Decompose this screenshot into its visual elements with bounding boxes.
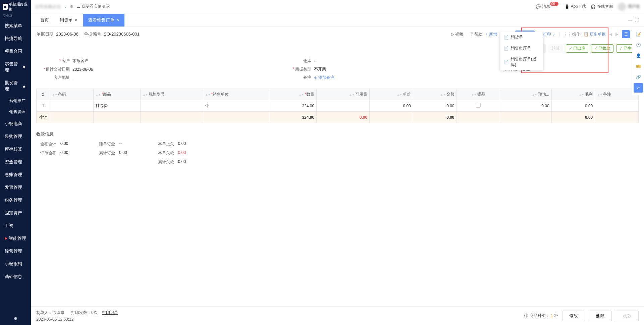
chevron-down-icon: ▼ (22, 65, 26, 70)
close-icon[interactable]: ✕ (116, 18, 119, 22)
dropdown-sales-doc[interactable]: 📄销货单 (500, 32, 543, 43)
nav-tax[interactable]: 税务管理 (0, 194, 31, 207)
company-name: 公司名称占位 (35, 4, 61, 10)
th-gear[interactable]: ⚙ (37, 89, 50, 100)
add-remark-link[interactable]: ⊕ 添加备注 (314, 75, 334, 80)
doc-icon: 📄 (504, 46, 509, 51)
demo-link[interactable]: ☁ 我要看实例演示 (76, 4, 110, 9)
row-gift (457, 100, 500, 112)
edit-button[interactable]: 修改 (562, 311, 585, 321)
sort-icon: ▲▼ (471, 94, 477, 96)
new-button[interactable]: +新增 (486, 32, 497, 37)
nav-asset[interactable]: 固定资产 (0, 207, 31, 219)
timestamp: 2023-06-06 12:53:12 (36, 317, 118, 322)
history-icon: 📋 (584, 32, 589, 37)
status-row: 来自电脑 结算 ✓已出库 ✓已收款 ✓已生效 📄销货单 📄销售出库单 📄销售出库… (31, 42, 644, 55)
table-row[interactable]: 1 打包费 个 324.00 0.00 0.00 0.00 0.00 (37, 100, 639, 112)
nav-expense[interactable]: 小畅报销 (0, 258, 31, 270)
warehouse-value: -- (314, 59, 317, 63)
logo-edition: 专业版 (0, 13, 31, 18)
side-history-icon[interactable]: 🕐 (634, 40, 643, 50)
toolbar: 单据日期 2023-06-06 单据编号 SO-20230606-001 ▷视频… (31, 27, 644, 42)
row-remark (595, 100, 639, 112)
service-button[interactable]: 🎧 在线客服 (591, 4, 613, 9)
app-download[interactable]: 📱 App下载 (565, 4, 586, 9)
address-label: 客户地址 (54, 75, 70, 80)
side-expand-icon[interactable]: ⤢ (634, 83, 643, 93)
nav-marketing[interactable]: 营销推广 (0, 95, 31, 106)
th-price[interactable]: ▲▼单价 (370, 89, 413, 100)
plus-icon: ⊕ (314, 75, 317, 80)
nav-project[interactable]: 项目合同 (0, 45, 31, 58)
collapse-icon[interactable]: — (628, 18, 632, 22)
nav-fund[interactable]: 资金管理 (0, 156, 31, 168)
side-note-icon[interactable]: 📝 (634, 30, 643, 39)
nav-wholesale[interactable]: 批发管理▲ (0, 76, 31, 95)
print-log-link[interactable]: 打印记录 (102, 310, 118, 315)
receive-button[interactable]: 收款 (616, 311, 639, 321)
th-avail[interactable]: ▲▼可用量 (317, 89, 370, 100)
gear-icon: ⚙ (14, 316, 17, 321)
dropdown-return[interactable]: 📄销售出库单(退库) (500, 54, 543, 70)
nav-purchase[interactable]: 采购管理 (0, 130, 31, 143)
invoice-value: 不开票 (314, 66, 326, 72)
message-button[interactable]: 💬 消息 99+ (536, 4, 560, 9)
customer-label: 客户 (62, 58, 70, 63)
sort-icon: ▲▼ (143, 94, 148, 96)
th-est[interactable]: ▲▼预估... (500, 89, 551, 100)
nav-basic[interactable]: 基础信息 (0, 270, 31, 283)
help-link[interactable]: ?帮助 (471, 32, 482, 37)
nav-business[interactable]: 经营管理 (0, 245, 31, 258)
nav-salary[interactable]: 工资 (0, 219, 31, 232)
dropdown-outbound[interactable]: 📄销售出库单 (500, 43, 543, 54)
side-coupon-icon[interactable]: 🎫 (634, 62, 643, 71)
sort-icon: ▲▼ (397, 94, 402, 96)
close-icon[interactable]: ✕ (75, 18, 77, 22)
this-owe-label: 本单欠款 (154, 150, 174, 156)
history-button[interactable]: 📋历史单据 (584, 32, 606, 37)
nav-ecommerce[interactable]: 小畅电商 (0, 117, 31, 130)
checkbox-icon[interactable] (476, 103, 481, 108)
tab-view-order[interactable]: 查看销售订单 ✕ (83, 14, 124, 26)
user-avatar[interactable]: 用户名 (618, 3, 640, 11)
tab-sales-doc[interactable]: 销货单 ✕ (54, 14, 83, 26)
tab-bar: 首页 销货单 ✕ 查看销售订单 ✕ — ⛶ (31, 13, 644, 27)
th-qty[interactable]: ▲▼*数量 (269, 89, 317, 100)
th-gift[interactable]: ▲▼赠品 (457, 89, 500, 100)
gear-icon[interactable]: ⚙ (70, 4, 73, 9)
plus-icon: + (486, 32, 488, 37)
nav-ai[interactable]: 智能管理 (0, 232, 31, 245)
th-profit[interactable]: ▲▼毛利 (551, 89, 595, 100)
nav-invoice[interactable]: 发票管理 (0, 181, 31, 194)
nav-ledger[interactable]: 总账管理 (0, 168, 31, 181)
nav-retail[interactable]: 零售管理▼ (0, 58, 31, 76)
list-view-button[interactable]: ☰ (622, 30, 630, 38)
side-person-icon[interactable]: 👤 (634, 51, 643, 60)
chevron-down-icon[interactable]: ⌄ (64, 4, 67, 9)
nav-sales[interactable]: 销售管理 (0, 106, 31, 117)
sort-icon: ▲▼ (96, 94, 101, 96)
avatar-icon (618, 3, 626, 11)
fullscreen-icon[interactable]: ⛶ (635, 18, 639, 22)
side-link-icon[interactable]: 🔗 (634, 72, 643, 82)
nav-inventory[interactable]: 库存核算 (0, 143, 31, 156)
operate-button[interactable]: ⋮⋮操作 (563, 32, 580, 37)
delete-button[interactable]: 删除 (589, 311, 612, 321)
maker-label: 制单人： (36, 310, 52, 315)
items-table: ⚙ ▲▼条码 ▲▼*商品 ▲▼规格型号 ▲▼*销售单位 ▲▼*数量 ▲▼可用量 … (36, 89, 639, 123)
th-product[interactable]: ▲▼*商品 (93, 89, 141, 100)
th-unit[interactable]: ▲▼*销售单位 (203, 89, 269, 100)
prev-icon[interactable]: ◀ (609, 32, 612, 37)
next-icon[interactable]: ▶ (615, 32, 619, 37)
tab-home[interactable]: 首页 (35, 14, 54, 26)
nav-search[interactable]: 搜索菜单 (0, 19, 31, 32)
th-amount[interactable]: ▲▼金额 (413, 89, 457, 100)
settings-button[interactable]: ⚙ (0, 312, 31, 325)
video-link[interactable]: ▷视频 (451, 32, 463, 37)
subtotal-qty: 324.00 (269, 112, 317, 123)
nav-quicknav[interactable]: 快捷导航 (0, 32, 31, 45)
th-barcode[interactable]: ▲▼条码 (50, 89, 94, 100)
sort-icon: ▲▼ (532, 94, 537, 96)
th-spec[interactable]: ▲▼规格型号 (141, 89, 203, 100)
doc-icon: 📄 (504, 60, 509, 64)
